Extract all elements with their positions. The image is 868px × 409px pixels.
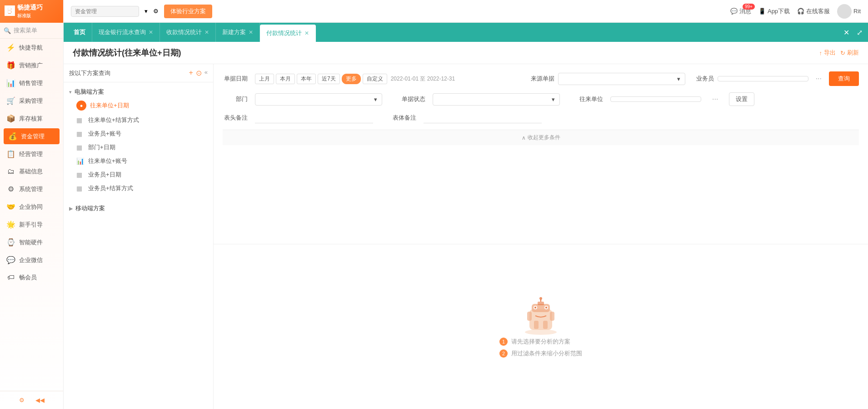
scheme-item-salesman-settle[interactable]: ▦ 业务员+结算方式	[64, 182, 213, 195]
sidebar-item-enterprise[interactable]: 🤝 企业协同	[0, 198, 63, 216]
sidebar-item-sales[interactable]: 📊 销售管理	[0, 74, 63, 92]
scheme-item-salesman-account[interactable]: ▦ 业务员+账号	[64, 127, 213, 141]
source-select[interactable]: ▾	[558, 73, 685, 85]
partner-dots[interactable]: ···	[712, 95, 718, 103]
breadcrumb-input[interactable]	[71, 6, 139, 17]
sidebar-item-label: 智能硬件	[19, 238, 43, 247]
sidebar-item-operation[interactable]: 📋 经营管理	[0, 145, 63, 163]
settings-button[interactable]: 设置	[729, 92, 754, 106]
sidebar-item-label: 系统管理	[19, 185, 43, 193]
sidebar-item-finance[interactable]: 💰 资金管理	[4, 128, 60, 144]
sidebar-item-label: 销售管理	[19, 79, 43, 87]
hint-num-1: 1	[499, 338, 508, 346]
tab-payment-stats[interactable]: 付款情况统计 ✕	[260, 25, 316, 42]
tab-expand-btn[interactable]: ⤢	[855, 26, 864, 39]
tab-bank-flow-close[interactable]: ✕	[149, 29, 153, 35]
tab-home[interactable]: 首页	[67, 23, 92, 42]
chevron-down-icon[interactable]: ▾	[145, 8, 148, 15]
sidebar-item-member[interactable]: 🏷 畅会员	[0, 269, 63, 286]
date-btn-this-month[interactable]: 本月	[276, 74, 295, 84]
page-header: 付款情况统计(往来单位+日期) ↑ 导出 ↻ 刷新	[64, 42, 868, 64]
salesman-dots[interactable]: ···	[816, 75, 822, 83]
query-button[interactable]: 查询	[829, 71, 859, 86]
salesman-select[interactable]	[718, 76, 808, 81]
message-button[interactable]: 💬 消息 99+	[730, 7, 751, 15]
sidebar-item-basic[interactable]: 🗂 基础信息	[0, 163, 63, 180]
search-icon: 🔍	[4, 27, 11, 34]
tab-payment-stats-close[interactable]: ✕	[304, 30, 309, 36]
user-avatar[interactable]: Rit	[837, 4, 861, 19]
dept-select[interactable]: ▾	[255, 93, 382, 106]
app-download-label: App下载	[768, 7, 790, 15]
operation-icon: 📋	[6, 150, 15, 158]
sidebar-item-guide[interactable]: 🌟 新手引导	[0, 216, 63, 233]
scheme-item-partner-date[interactable]: ● 往来单位+日期	[64, 98, 213, 113]
sidebar-item-quick-nav[interactable]: ⚡ 快捷导航	[0, 39, 63, 56]
body-note-input[interactable]	[424, 112, 542, 123]
date-btn-last-7-days[interactable]: 近7天	[318, 74, 340, 84]
trial-button[interactable]: 体验行业方案	[164, 5, 212, 18]
app-download-button[interactable]: 📱 App下载	[758, 7, 790, 15]
tab-receipt-stats[interactable]: 收款情况统计 ✕	[160, 23, 216, 42]
tab-payment-stats-label: 付款情况统计	[266, 29, 302, 37]
mobile-section-label: 移动端方案	[75, 204, 105, 212]
scheme-collapse-btn[interactable]: «	[205, 69, 208, 77]
sidebar-nav: ⚡ 快捷导航 🎁 营销推广 📊 销售管理 🛒 采购管理 📦 库存核算 💰 资金管…	[0, 39, 63, 391]
scheme-panel-header: 按以下方案查询 + ⊙ «	[64, 64, 213, 82]
search-label: 搜索菜单	[14, 26, 37, 35]
refresh-button[interactable]: ↻ 刷新	[840, 49, 859, 57]
partner-select[interactable]	[610, 96, 701, 102]
mobile-scheme-section: ▶ 移动端方案	[64, 199, 213, 218]
sidebar-item-wechat[interactable]: 💬 企业微信	[0, 251, 63, 269]
export-label: 导出	[824, 49, 836, 57]
scheme-add-icon[interactable]: +	[189, 69, 193, 77]
tab-new-scheme[interactable]: 新建方案 ✕	[216, 23, 260, 42]
export-button[interactable]: ↑ 导出	[819, 49, 836, 57]
sidebar-item-label: 企业协同	[19, 203, 43, 211]
date-buttons: 上月 本月 本年 近7天 更多 自定义 2022-01-01 至 2022-12…	[255, 74, 455, 84]
mobile-scheme-title[interactable]: ▶ 移动端方案	[64, 202, 213, 214]
date-btn-last-month[interactable]: 上月	[255, 74, 274, 84]
desktop-scheme-title[interactable]: ▾ 电脑端方案	[64, 86, 213, 98]
sidebar-collapse-btn[interactable]: ◀◀	[32, 395, 48, 405]
scheme-item-salesman-date[interactable]: ▦ 业务员+日期	[64, 168, 213, 182]
svg-rect-8	[550, 312, 554, 321]
hint-num-2: 2	[499, 349, 508, 358]
svg-point-5	[534, 307, 536, 308]
date-range-label: 2022-01-01 至 2022-12-31	[391, 75, 455, 83]
user-name: Rit	[853, 8, 861, 15]
date-btn-custom[interactable]: 自定义	[363, 74, 387, 84]
scheme-panel-actions: + ⊙ «	[189, 69, 208, 77]
desktop-arrow-icon: ▾	[69, 89, 72, 95]
sidebar-search[interactable]: 🔍 搜索菜单	[0, 23, 63, 39]
tab-bank-flow[interactable]: 现金银行流水查询 ✕	[92, 23, 160, 42]
scheme-item-dept-date[interactable]: ▦ 部门+日期	[64, 141, 213, 154]
header-settings-icon[interactable]: ⚙	[153, 8, 159, 15]
sidebar-item-hardware[interactable]: ⌚ 智能硬件	[0, 233, 63, 251]
collapse-conditions-btn[interactable]: ∧ 收起更多条件	[223, 130, 859, 145]
scheme-settings-icon[interactable]: ⊙	[196, 69, 202, 77]
scheme-item-label: 部门+日期	[88, 143, 115, 151]
message-icon: 💬	[730, 8, 738, 15]
tab-new-scheme-close[interactable]: ✕	[249, 29, 253, 35]
sidebar-item-system[interactable]: ⚙ 系统管理	[0, 180, 63, 198]
hint-text-2: 用过滤条件来缩小分析范围	[511, 349, 582, 358]
date-btn-more[interactable]: 更多	[342, 74, 361, 84]
scheme-item-partner-settle[interactable]: ▦ 往来单位+结算方式	[64, 113, 213, 127]
scheme-item-icon: ▦	[76, 144, 85, 151]
scheme-panel: 按以下方案查询 + ⊙ « ▾ 电脑端方案 ● 往来单位+日期	[64, 64, 214, 409]
doc-status-select[interactable]: ▾	[433, 93, 560, 106]
hardware-icon: ⌚	[6, 238, 15, 247]
online-service-button[interactable]: 🎧 在线客服	[797, 7, 830, 15]
scheme-item-label: 业务员+账号	[88, 130, 121, 138]
sidebar-item-marketing[interactable]: 🎁 营销推广	[0, 56, 63, 74]
scheme-item-partner-account[interactable]: 📊 往来单位+账号	[64, 154, 213, 168]
sidebar-item-inventory[interactable]: 📦 库存核算	[0, 110, 63, 127]
date-btn-this-year[interactable]: 本年	[297, 74, 316, 84]
header-note-input[interactable]	[255, 112, 373, 123]
sidebar-settings-btn[interactable]: ⚙	[15, 395, 28, 405]
tab-receipt-stats-close[interactable]: ✕	[205, 29, 209, 35]
filter-row-notes: 表头备注 表体备注	[223, 112, 859, 123]
tab-close-all-btn[interactable]: ✕	[842, 26, 851, 39]
sidebar-item-purchase[interactable]: 🛒 采购管理	[0, 92, 63, 110]
